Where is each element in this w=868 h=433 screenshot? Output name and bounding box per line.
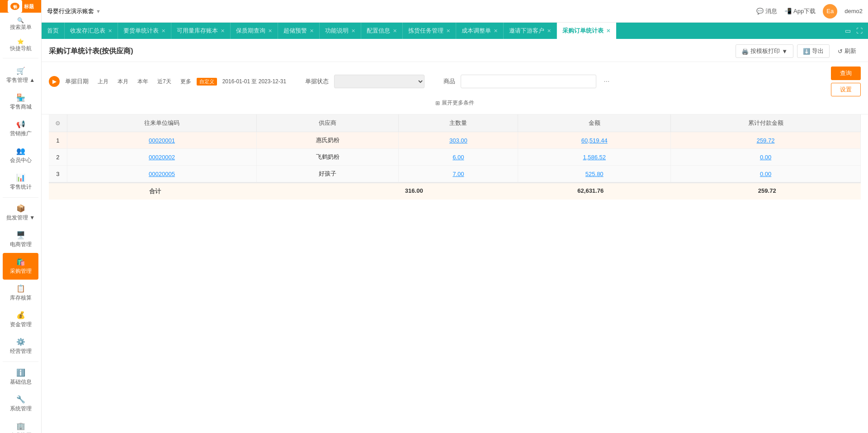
row3-paid-link[interactable]: 0.00 (760, 171, 771, 177)
row2-code-link[interactable]: 00020002 (149, 154, 175, 161)
page-header-actions: 🖨️ 按模板打印 ▼ ⬇️ 导出 ↺ 刷新 (736, 44, 861, 58)
product-filter-input[interactable] (461, 75, 596, 88)
sidebar-item-retail-stats[interactable]: 📊 零售统计 (3, 169, 38, 195)
sidebar-item-purchase[interactable]: 🛍️ 采购管理 (3, 253, 38, 280)
column-settings-icon[interactable]: ⚙ (55, 120, 61, 127)
row1-code-link[interactable]: 00020001 (149, 137, 175, 144)
tab-cost-adjust[interactable]: 成本调整单 ✕ (456, 23, 504, 39)
product-filter-label: 商品 (443, 77, 455, 86)
status-filter-select[interactable] (334, 75, 425, 88)
tab-invite-downstream-close[interactable]: ✕ (547, 28, 551, 34)
date-option-7days[interactable]: 近7天 (154, 77, 175, 86)
tab-function-desc[interactable]: 功能说明 ✕ (320, 23, 361, 39)
sidebar-item-quick-nav[interactable]: ⭐ 快捷导航 (3, 35, 38, 56)
tab-config-info[interactable]: 配置信息 ✕ (361, 23, 403, 39)
app-download-icon: 📲 (784, 8, 792, 14)
sidebar-item-operations[interactable]: ⚙️ 经营管理 (3, 333, 38, 360)
sidebar-item-ecommerce[interactable]: 🖥️ 电商管理 (3, 226, 38, 253)
tab-home[interactable]: 首页 (42, 23, 65, 39)
tab-overstock-warning[interactable]: 超储预警 ✕ (278, 23, 320, 39)
tab-expiry-query[interactable]: 保质期查询 ✕ (231, 23, 278, 39)
sidebar-item-enterprise[interactable]: 🏢 企业协同 (3, 417, 38, 433)
tab-invite-downstream-label: 邀请下游客户 (509, 27, 544, 35)
nav-tab-maximize-btn[interactable]: ⛶ (854, 26, 864, 35)
row1-quantity-link[interactable]: 303.00 (449, 137, 467, 144)
settings-button[interactable]: 设置 (831, 83, 861, 96)
tab-order-stats-close[interactable]: ✕ (161, 28, 165, 34)
sidebar-item-members[interactable]: 👥 会员中心 (3, 142, 38, 169)
tab-cost-adjust-close[interactable]: ✕ (494, 28, 498, 34)
nav-tab-restore-btn[interactable]: ▭ (843, 26, 853, 35)
tab-available-inventory[interactable]: 可用量库存账本 ✕ (171, 23, 231, 39)
table-header: ⚙ 往来单位编码 供应商 主数量 金额 累计付款金额 (49, 114, 861, 132)
tab-purchase-order-stats[interactable]: 采购订单统计表 ✕ (557, 23, 616, 39)
sidebar-item-wholesale[interactable]: 📦 批发管理 ▼ (3, 200, 38, 226)
tab-purchase-order-stats-close[interactable]: ✕ (606, 28, 610, 34)
print-label: 按模板打印 (750, 47, 780, 55)
tab-expiry-query-close[interactable]: ✕ (268, 28, 272, 34)
tab-pickup-tasks[interactable]: 拣货任务管理 ✕ (403, 23, 456, 39)
date-custom-badge[interactable]: 自定义 (197, 78, 217, 86)
footer-label: 合计 (54, 187, 326, 195)
sidebar-item-search[interactable]: 🔍 搜索菜单 (3, 14, 38, 35)
sidebar-item-label-members: 会员中心 (10, 157, 32, 164)
sidebar-item-label-inventory: 库存核算 (10, 294, 32, 302)
tab-order-stats[interactable]: 要货单统计表 ✕ (118, 23, 171, 39)
basic-info-icon: ℹ️ (16, 368, 25, 377)
message-icon: 💬 (756, 8, 764, 14)
row3-code-link[interactable]: 00020005 (149, 171, 175, 177)
refresh-button[interactable]: ↺ 刷新 (833, 45, 861, 57)
expand-down-icon: ⊞ (435, 100, 440, 106)
product-filter-more-icon[interactable]: ··· (604, 77, 609, 86)
row3-amount-link[interactable]: 525.80 (585, 171, 604, 177)
row2-amount-link[interactable]: 1,586.52 (583, 154, 606, 161)
tab-config-info-close[interactable]: ✕ (393, 28, 397, 34)
user-avatar[interactable]: Ea (823, 4, 837, 19)
expand-row: ⊞ 展开更多条件 (49, 96, 861, 109)
tab-home-label: 首页 (47, 27, 59, 35)
refresh-label: 刷新 (844, 47, 856, 55)
tab-invite-downstream[interactable]: 邀请下游客户 ✕ (504, 23, 557, 39)
app-logo[interactable]: 畅 标题 (0, 0, 41, 13)
print-button[interactable]: 🖨️ 按模板打印 ▼ (736, 44, 793, 58)
row1-paid-link[interactable]: 259.72 (757, 137, 775, 144)
sidebar-item-retail-mgmt[interactable]: 🛒 零售管理 ▲ (3, 62, 38, 89)
tab-receive-summary[interactable]: 收发存汇总表 ✕ (65, 23, 118, 39)
date-option-last-month[interactable]: 上月 (94, 77, 112, 86)
sidebar-item-retail-mall[interactable]: 🏪 零售商城 (3, 89, 38, 115)
sidebar-item-label-wholesale: 批发管理 ▼ (6, 214, 35, 222)
tab-function-desc-label: 功能说明 (325, 27, 349, 35)
row1-quantity: 303.00 (399, 132, 518, 149)
date-option-more[interactable]: 更多 (177, 77, 195, 86)
tab-function-desc-close[interactable]: ✕ (351, 28, 355, 34)
tab-pickup-tasks-label: 拣货任务管理 (408, 27, 443, 35)
date-option-this-year[interactable]: 本年 (134, 77, 152, 86)
date-option-this-month[interactable]: 本月 (114, 77, 132, 86)
sidebar-item-marketing[interactable]: 📢 营销推广 (3, 115, 38, 142)
row2-quantity-link[interactable]: 6.00 (453, 154, 464, 161)
marketing-icon: 📢 (16, 120, 25, 128)
sidebar-item-label-finance: 资金管理 (10, 321, 32, 328)
svg-text:畅: 畅 (13, 5, 17, 9)
sidebar-item-finance[interactable]: 💰 资金管理 (3, 306, 38, 333)
tab-expiry-query-label: 保质期查询 (236, 27, 265, 35)
tab-available-inventory-close[interactable]: ✕ (221, 28, 225, 34)
row2-paid-link[interactable]: 0.00 (760, 154, 771, 161)
tab-overstock-warning-close[interactable]: ✕ (310, 28, 314, 34)
app-download-action[interactable]: 📲 App下载 (784, 7, 816, 15)
company-selector[interactable]: 母婴行业演示账套 ▼ (47, 7, 101, 15)
tab-receive-summary-close[interactable]: ✕ (108, 28, 112, 34)
tab-pickup-tasks-close[interactable]: ✕ (446, 28, 450, 34)
sidebar-item-basic-info[interactable]: ℹ️ 基础信息 (3, 364, 38, 390)
col-paid-header: 累计付款金额 (671, 114, 861, 132)
expand-conditions-btn[interactable]: ⊞ 展开更多条件 (435, 99, 474, 107)
sidebar-item-inventory[interactable]: 📋 库存核算 (3, 280, 38, 306)
message-action[interactable]: 💬 消息 (756, 7, 777, 15)
row1-amount-link[interactable]: 60,519.44 (581, 137, 608, 144)
sidebar-item-system[interactable]: 🔧 系统管理 (3, 390, 38, 417)
query-button[interactable]: 查询 (831, 67, 861, 80)
table-body: 1 00020001 惠氏奶粉 303.00 60,519.44 (49, 132, 861, 182)
filter-toggle-btn[interactable]: ▶ (49, 76, 60, 87)
export-button[interactable]: ⬇️ 导出 (797, 44, 830, 58)
row3-quantity-link[interactable]: 7.00 (453, 171, 464, 177)
